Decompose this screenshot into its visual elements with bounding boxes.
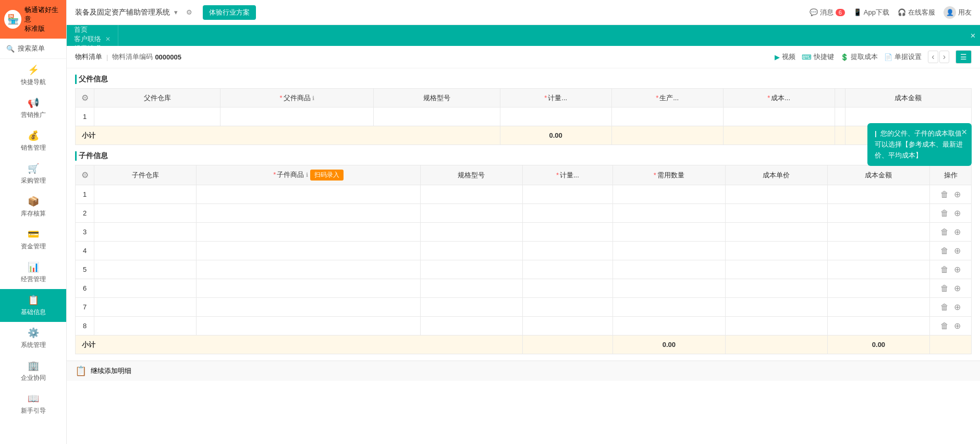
child-row-8-actions: 🗑 ⊕ — [930, 317, 972, 335]
child-row-4-spec[interactable] — [420, 242, 522, 260]
sidebar-item-guide[interactable]: 📖新手引导 — [0, 388, 66, 421]
child-row-5-delete-icon[interactable]: 🗑 — [940, 265, 949, 274]
parent-row-1-unit[interactable] — [500, 107, 611, 126]
child-row-1-required-qty[interactable] — [612, 185, 725, 204]
child-row-1-product[interactable] — [197, 185, 421, 204]
child-subtotal-required-qty: 0.00 — [612, 335, 725, 354]
parent-row-1-cost[interactable] — [723, 107, 835, 126]
child-row-5-warehouse[interactable] — [94, 260, 197, 279]
child-row-4-product[interactable] — [197, 242, 421, 260]
child-row-8-warehouse[interactable] — [94, 317, 197, 335]
child-row-3-spec[interactable] — [420, 223, 522, 242]
child-row-4-delete-icon[interactable]: 🗑 — [940, 246, 949, 255]
child-row-8-unit[interactable] — [522, 317, 612, 335]
nav-prev-btn[interactable]: ‹ — [928, 51, 938, 63]
child-row-5-spec[interactable] — [420, 260, 522, 279]
parent-subtotal-empty2 — [723, 126, 835, 145]
tab-close-customers[interactable]: ✕ — [105, 35, 111, 43]
system-dropdown-icon[interactable]: ▾ — [174, 8, 178, 16]
child-row-7-warehouse[interactable] — [94, 298, 197, 317]
sidebar-item-enterprise[interactable]: 🏢企业协同 — [0, 355, 66, 388]
child-row-2-product[interactable] — [197, 204, 421, 223]
sidebar-item-finance[interactable]: 💳资金管理 — [0, 223, 66, 256]
settings-icon[interactable]: ⚙ — [186, 8, 192, 16]
child-row-8-required-qty[interactable] — [612, 317, 725, 335]
child-row-8-spec[interactable] — [420, 317, 522, 335]
child-row-4-warehouse[interactable] — [94, 242, 197, 260]
tooltip-close[interactable]: ✕ — [961, 126, 967, 138]
parent-row-1-production[interactable] — [611, 107, 723, 126]
scan-btn[interactable]: 扫码录入 — [310, 170, 344, 181]
child-row-3-unit[interactable] — [522, 223, 612, 242]
parent-row-1-spec[interactable] — [374, 107, 500, 126]
child-row-1-unit[interactable] — [522, 185, 612, 204]
grid-view-btn[interactable]: ☰ — [956, 50, 972, 64]
tab-home[interactable]: 首页 — [67, 25, 118, 34]
parent-th-warehouse: 父件仓库 — [94, 89, 220, 107]
child-row-6-warehouse[interactable] — [94, 279, 197, 298]
sidebar-item-operation[interactable]: 📊经营管理 — [0, 256, 66, 289]
child-row-2-required-qty[interactable] — [612, 204, 725, 223]
sidebar-item-inventory[interactable]: 📦库存核算 — [0, 190, 66, 223]
child-row-7-copy-icon[interactable]: ⊕ — [954, 303, 961, 311]
parent-row-1-warehouse[interactable] — [94, 107, 220, 126]
child-row-7-delete-icon[interactable]: 🗑 — [940, 303, 949, 311]
child-row-2-copy-icon[interactable]: ⊕ — [954, 209, 961, 218]
child-row-5-copy-icon[interactable]: ⊕ — [954, 265, 961, 274]
child-row-7-unit[interactable] — [522, 298, 612, 317]
child-row-3-required-qty[interactable] — [612, 223, 725, 242]
shortcut-btn[interactable]: ⌨ 快捷键 — [802, 52, 834, 62]
sidebar-search[interactable]: 🔍 搜索菜单 — [0, 39, 66, 59]
child-row-4-required-qty[interactable] — [612, 242, 725, 260]
child-row-2-warehouse[interactable] — [94, 204, 197, 223]
child-row-7-spec[interactable] — [420, 298, 522, 317]
online-support-btn[interactable]: 🎧 在线客服 — [898, 8, 935, 17]
child-row-6-copy-icon[interactable]: ⊕ — [954, 284, 961, 293]
child-row-2-delete-icon[interactable]: 🗑 — [940, 209, 949, 218]
child-row-2-unit[interactable] — [522, 204, 612, 223]
child-row-1-warehouse[interactable] — [94, 185, 197, 204]
child-row-2-spec[interactable] — [420, 204, 522, 223]
child-row-7-product[interactable] — [197, 298, 421, 317]
child-row-3-product[interactable] — [197, 223, 421, 242]
nav-next-btn[interactable]: › — [939, 51, 949, 63]
child-row-4-unit[interactable] — [522, 242, 612, 260]
experience-btn[interactable]: 体验行业方案 — [203, 5, 256, 20]
sidebar-item-marketing[interactable]: 📢营销推广 — [0, 92, 66, 125]
child-row-6-product[interactable] — [197, 279, 421, 298]
child-row-3-warehouse[interactable] — [94, 223, 197, 242]
parent-row-1-product[interactable] — [220, 107, 374, 126]
user-btn[interactable]: 👤 用友 — [944, 6, 972, 19]
child-row-8-product[interactable] — [197, 317, 421, 335]
child-row-3-copy-icon[interactable]: ⊕ — [954, 227, 961, 236]
child-row-8-copy-icon[interactable]: ⊕ — [954, 321, 961, 330]
close-all-tabs[interactable]: ✕ — [966, 25, 980, 46]
child-row-7-required-qty[interactable] — [612, 298, 725, 317]
child-row-3-delete-icon[interactable]: 🗑 — [940, 227, 949, 236]
child-row-6-required-qty[interactable] — [612, 279, 725, 298]
child-row-8-delete-icon[interactable]: 🗑 — [940, 321, 949, 330]
child-row-1-copy-icon[interactable]: ⊕ — [954, 190, 961, 199]
sidebar-item-system[interactable]: ⚙️系统管理 — [0, 322, 66, 355]
child-row-5-unit[interactable] — [522, 260, 612, 279]
single-settings-btn[interactable]: 📄 单据设置 — [884, 52, 922, 62]
tab-customers[interactable]: 客户联络✕ — [67, 34, 118, 44]
sidebar-item-basic-info[interactable]: 📋基础信息 — [0, 289, 66, 322]
child-row-6-spec[interactable] — [420, 279, 522, 298]
sidebar-item-sales[interactable]: 💰销售管理 — [0, 125, 66, 158]
view-btn[interactable]: ▶ 视频 — [775, 52, 795, 62]
parent-th-settings[interactable]: ⚙ — [76, 89, 94, 107]
sidebar-item-quick-nav[interactable]: ⚡快捷导航 — [0, 59, 66, 92]
child-th-settings[interactable]: ⚙ — [76, 165, 94, 185]
child-row-1-delete-icon[interactable]: 🗑 — [940, 190, 949, 199]
extract-cost-btn[interactable]: 💲 提取成本 — [840, 52, 878, 62]
app-download-btn[interactable]: 📱 App下载 — [853, 8, 889, 17]
child-row-6-delete-icon[interactable]: 🗑 — [940, 284, 949, 293]
child-row-5-required-qty[interactable] — [612, 260, 725, 279]
child-row-6-unit[interactable] — [522, 279, 612, 298]
child-row-5-product[interactable] — [197, 260, 421, 279]
child-row-4-copy-icon[interactable]: ⊕ — [954, 246, 961, 255]
sidebar-item-purchase[interactable]: 🛒采购管理 — [0, 158, 66, 190]
message-btn[interactable]: 💬 消息 6 — [810, 8, 845, 17]
child-row-1-spec[interactable] — [420, 185, 522, 204]
